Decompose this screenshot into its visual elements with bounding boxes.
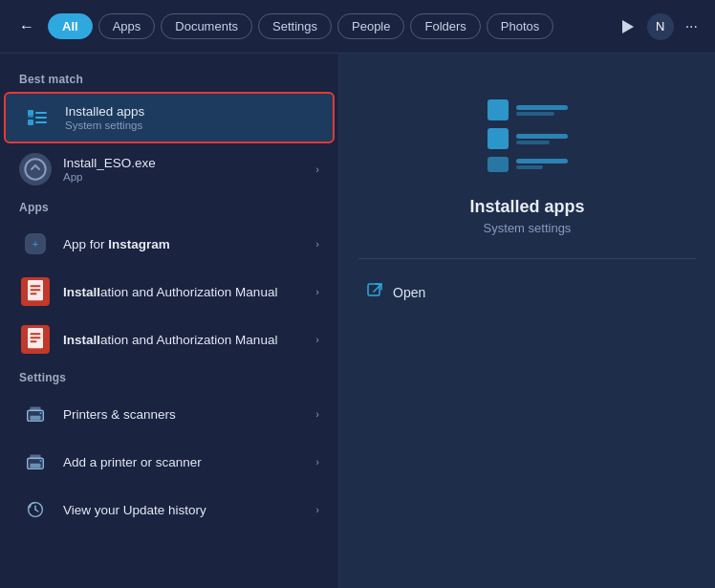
best-match-title: Installed apps — [65, 104, 317, 119]
divider — [358, 258, 696, 259]
eso-chevron: › — [315, 163, 319, 175]
tab-documents[interactable]: Documents — [161, 13, 252, 39]
update-history-text: View your Update history — [63, 503, 304, 517]
svg-rect-19 — [30, 416, 40, 421]
add-printer-chevron: › — [315, 456, 319, 468]
instagram-app-item[interactable]: + App for Instagram › — [4, 220, 335, 268]
manual2-chevron: › — [315, 334, 319, 345]
svg-rect-13 — [31, 293, 37, 294]
svg-point-21 — [39, 412, 41, 414]
add-printer-text: Add a printer or scanner — [63, 455, 304, 469]
open-label: Open — [393, 285, 425, 300]
svg-rect-30 — [488, 128, 509, 149]
right-panel: Installed apps System settings Open — [339, 54, 715, 588]
best-match-item[interactable]: Installed apps System settings — [4, 92, 335, 143]
update-history-icon — [19, 493, 52, 526]
tab-all[interactable]: All — [48, 13, 93, 39]
tab-people[interactable]: People — [337, 13, 404, 39]
svg-rect-1 — [28, 110, 33, 116]
printers-chevron: › — [315, 408, 319, 420]
open-icon — [366, 282, 383, 303]
tab-apps[interactable]: Apps — [98, 13, 156, 39]
svg-rect-27 — [488, 99, 509, 120]
tab-settings[interactable]: Settings — [258, 13, 332, 39]
open-action[interactable]: Open — [358, 276, 696, 309]
svg-text:+: + — [32, 238, 39, 250]
eso-subtitle: App — [63, 171, 304, 183]
svg-rect-6 — [35, 121, 47, 123]
manual1-text: Installation and Authorization Manual — [63, 285, 304, 299]
svg-rect-4 — [35, 112, 47, 114]
svg-rect-20 — [30, 407, 40, 412]
manual1-title: Installation and Authorization Manual — [63, 285, 304, 299]
printers-item[interactable]: Printers & scanners › — [4, 390, 335, 438]
tab-photos[interactable]: Photos — [487, 13, 553, 39]
main-content: Best match Installed apps System setting… — [0, 54, 715, 588]
add-printer-icon — [19, 446, 52, 478]
top-nav: ← All Apps Documents Settings People Fol… — [0, 0, 715, 54]
svg-rect-35 — [516, 165, 543, 169]
printers-title: Printers & scanners — [63, 407, 304, 422]
back-button[interactable]: ← — [11, 11, 42, 42]
best-match-subtitle: System settings — [65, 120, 317, 131]
svg-rect-15 — [31, 333, 41, 335]
printer-icon — [19, 398, 52, 430]
eso-text: Install_ESO.exe App — [63, 156, 304, 183]
svg-rect-32 — [516, 141, 550, 144]
add-printer-item[interactable]: Add a printer or scanner › — [4, 438, 335, 486]
apps-section-label: Apps — [0, 193, 338, 220]
detail-title: Installed apps — [469, 197, 584, 217]
svg-marker-0 — [622, 20, 634, 33]
svg-rect-5 — [35, 117, 47, 119]
svg-rect-3 — [28, 116, 33, 118]
svg-rect-12 — [31, 289, 41, 291]
play-button[interactable] — [615, 13, 641, 40]
instagram-icon: + — [19, 228, 52, 260]
update-history-chevron: › — [315, 504, 319, 515]
best-match-text: Installed apps System settings — [65, 104, 317, 131]
svg-rect-17 — [31, 340, 37, 342]
printers-text: Printers & scanners — [63, 407, 304, 422]
avatar: N — [647, 13, 674, 40]
settings-section-label: Settings — [0, 363, 338, 390]
best-match-label: Best match — [0, 65, 338, 92]
tab-folders[interactable]: Folders — [410, 13, 480, 39]
svg-rect-29 — [516, 112, 554, 116]
svg-rect-23 — [30, 464, 40, 468]
svg-rect-31 — [516, 134, 568, 139]
manual-item-1[interactable]: Installation and Authorization Manual › — [4, 268, 335, 316]
svg-rect-2 — [28, 120, 33, 125]
manual-item-2[interactable]: Installation and Authorization Manual › — [4, 316, 335, 363]
instagram-chevron: › — [315, 238, 319, 250]
svg-rect-11 — [31, 285, 41, 287]
svg-rect-33 — [488, 157, 509, 172]
svg-rect-28 — [516, 105, 568, 110]
manual2-icon — [19, 323, 52, 356]
instagram-title: App for Instagram — [63, 237, 304, 251]
manual2-text: Installation and Authorization Manual — [63, 333, 304, 347]
more-options-button[interactable]: ··· — [680, 14, 704, 39]
eso-icon — [19, 153, 52, 185]
eso-title: Install_ESO.exe — [63, 156, 304, 170]
detail-subtitle: System settings — [484, 221, 572, 235]
manual2-title: Installation and Authorization Manual — [63, 333, 304, 347]
svg-rect-16 — [31, 337, 41, 338]
instagram-text: App for Instagram — [63, 237, 304, 251]
svg-point-25 — [39, 460, 41, 462]
svg-rect-24 — [30, 455, 40, 460]
install-eso-item[interactable]: Install_ESO.exe App › — [4, 145, 335, 193]
installed-apps-icon — [21, 101, 54, 134]
svg-rect-36 — [368, 284, 379, 295]
update-history-title: View your Update history — [63, 503, 304, 517]
svg-point-7 — [25, 159, 45, 179]
manual1-chevron: › — [315, 286, 319, 297]
manual1-icon — [19, 275, 52, 308]
update-history-item[interactable]: View your Update history › — [4, 486, 335, 534]
left-panel: Best match Installed apps System setting… — [0, 54, 339, 588]
svg-rect-34 — [516, 159, 568, 163]
detail-icon-area — [480, 92, 575, 182]
add-printer-title: Add a printer or scanner — [63, 455, 304, 469]
